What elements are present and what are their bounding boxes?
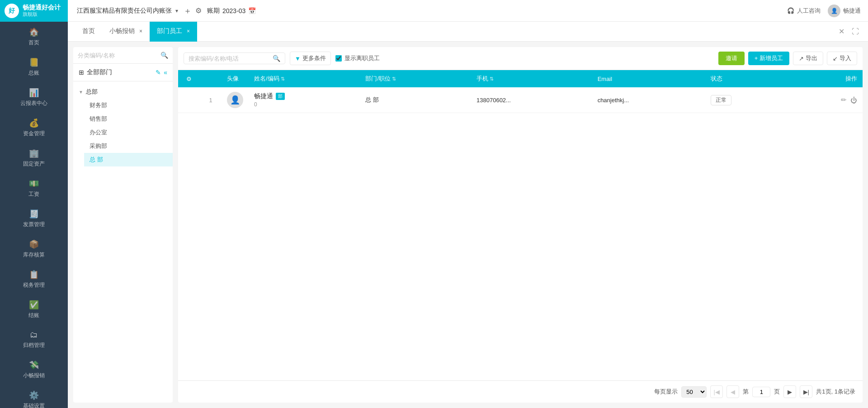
- dept-group-hq-label: 总部: [86, 88, 98, 96]
- first-page-btn[interactable]: |◀: [710, 385, 723, 398]
- import-btn[interactable]: ↙ 导入: [827, 52, 857, 65]
- user-menu[interactable]: 👤 畅捷通: [828, 5, 861, 17]
- col-phone[interactable]: 手机: [471, 70, 592, 87]
- dept-collapse-btn[interactable]: «: [164, 69, 167, 76]
- tab-expense-close[interactable]: ×: [139, 28, 142, 34]
- pagination-bar: 每页显示 50 100 200 |◀ ◀ 第 页 ▶ ▶| 共1页, 1条记录: [178, 380, 863, 403]
- sidebar-label-invoices: 发票管理: [23, 221, 45, 228]
- edit-btn[interactable]: ✏: [841, 96, 847, 104]
- period-value: 2023-03: [222, 7, 245, 14]
- sidebar-item-ledger[interactable]: 📒 总账: [0, 52, 68, 82]
- user-name: 畅捷通: [843, 7, 861, 15]
- row-avatar: 👤: [222, 87, 249, 113]
- export-btn[interactable]: ↗ 导出: [793, 52, 823, 65]
- dept-search-input[interactable]: [78, 52, 158, 59]
- logout-btn[interactable]: ⏻: [850, 96, 857, 104]
- per-page-select[interactable]: 50 100 200: [681, 386, 707, 398]
- tab-employees-close[interactable]: ×: [187, 28, 190, 34]
- sidebar-item-expense[interactable]: 💸 小畅报销: [0, 355, 68, 385]
- next-page-btn[interactable]: ▶: [783, 385, 796, 398]
- dept-tree-list: ▼ 总部 财务部 销售部 办公室 采购部 总 部: [73, 81, 173, 403]
- sidebar-item-funds[interactable]: 💰 资金管理: [0, 113, 68, 143]
- assets-icon: 🏢: [29, 148, 39, 158]
- dept-group-hq-header[interactable]: ▼ 总部: [73, 85, 173, 99]
- inventory-icon: 📦: [29, 239, 39, 249]
- dept-item-sales[interactable]: 销售部: [84, 112, 173, 126]
- app-logo[interactable]: 好 畅捷通好会计 旗舰版: [0, 0, 68, 22]
- name-box: 畅捷通 部 0: [254, 92, 354, 108]
- status-badge: 正常: [711, 95, 731, 105]
- tab-expense[interactable]: 小畅报销 ×: [102, 22, 150, 42]
- dept-tree-title: ⊞ 全部部门: [79, 68, 112, 76]
- name-display: 畅捷通 部: [254, 92, 354, 100]
- dept-group-hq: ▼ 总部 财务部 销售部 办公室 采购部 总 部: [73, 85, 173, 166]
- import-icon: ↙: [833, 55, 838, 62]
- col-settings[interactable]: ⚙: [178, 70, 200, 87]
- dept-grid-icon: ⊞: [79, 69, 84, 76]
- settings-btn[interactable]: ⚙: [195, 6, 202, 15]
- sidebar-item-archive[interactable]: 🗂 归档管理: [0, 325, 68, 355]
- sidebar-label-home: 首页: [28, 39, 39, 47]
- avatar: 👤: [227, 92, 243, 108]
- dept-item-purchasing[interactable]: 采购部: [84, 139, 173, 153]
- page-input[interactable]: [752, 387, 770, 397]
- last-page-btn[interactable]: ▶|: [800, 385, 812, 398]
- dept-item-finance[interactable]: 财务部: [84, 99, 173, 112]
- dept-badge: 部: [276, 93, 285, 100]
- table-row: 1 👤 畅捷通 部: [178, 87, 863, 113]
- sidebar-item-settings[interactable]: ⚙️ 基础设置: [0, 385, 68, 408]
- tab-close-btn[interactable]: ✕: [837, 25, 846, 38]
- row-phone: 138070602...: [471, 87, 592, 113]
- emp-search-icon[interactable]: 🔍: [273, 55, 280, 62]
- sidebar-item-closing[interactable]: ✅ 结账: [0, 294, 68, 325]
- col-name[interactable]: 姓名/编码: [249, 70, 360, 87]
- emp-filter-btn[interactable]: ▼ 更多条件: [290, 52, 331, 65]
- sidebar-item-payroll[interactable]: 💵 工资: [0, 173, 68, 204]
- pagination-info: 共1页, 1条记录: [816, 388, 855, 396]
- sidebar-item-invoices[interactable]: 🧾 发票管理: [0, 204, 68, 234]
- tab-home[interactable]: 首页: [75, 22, 102, 42]
- support-label: 人工咨询: [797, 7, 821, 15]
- tab-expand-btn[interactable]: ⛶: [850, 25, 861, 38]
- sidebar-item-home[interactable]: 🏠 首页: [0, 22, 68, 52]
- dept-search-icon[interactable]: 🔍: [160, 52, 168, 59]
- row-settings: [178, 87, 200, 113]
- sidebar-label-assets: 固定资产: [23, 160, 45, 168]
- sidebar-label-ledger: 总账: [28, 69, 39, 77]
- dept-add-btn[interactable]: ✎: [156, 69, 161, 76]
- invite-btn[interactable]: 邀请: [718, 52, 745, 65]
- filter-icon: ▼: [295, 55, 301, 62]
- tab-employees[interactable]: 部门员工 ×: [150, 22, 197, 42]
- app-version: 旗舰版: [23, 11, 61, 18]
- tab-employees-label: 部门员工: [157, 27, 182, 35]
- sidebar-item-assets[interactable]: 🏢 固定资产: [0, 143, 68, 173]
- prev-page-btn[interactable]: ◀: [726, 385, 739, 398]
- emp-search-input[interactable]: [189, 55, 270, 62]
- sidebar-item-reports[interactable]: 📊 云报表中心: [0, 82, 68, 113]
- add-company-btn[interactable]: ＋: [184, 5, 192, 16]
- calendar-icon[interactable]: 📅: [248, 7, 256, 14]
- sidebar-item-tax[interactable]: 📋 税务管理: [0, 264, 68, 294]
- dept-child-list: 财务部 销售部 办公室 采购部 总 部: [73, 99, 173, 166]
- employee-panel: 🔍 ▼ 更多条件 显示离职员工 邀请 + 新增员工 ↗: [178, 47, 863, 403]
- show-resigned-checkbox[interactable]: [335, 55, 342, 62]
- dept-item-office[interactable]: 办公室: [84, 126, 173, 139]
- import-label: 导入: [840, 54, 851, 62]
- col-status: 状态: [705, 70, 790, 87]
- col-index: [200, 70, 222, 87]
- sidebar-item-inventory[interactable]: 📦 库存核算: [0, 234, 68, 264]
- emp-table: ⚙ 头像 姓名/编码 部门/职位 手机 Email 状态 操作: [178, 70, 863, 380]
- show-resigned-text: 显示离职员工: [344, 54, 380, 62]
- closing-icon: ✅: [29, 300, 39, 310]
- add-employee-btn[interactable]: + 新增员工: [748, 52, 789, 65]
- company-dropdown-btn[interactable]: ▾: [175, 8, 178, 14]
- sidebar-label-reports: 云报表中心: [20, 100, 47, 107]
- show-resigned-label[interactable]: 显示离职员工: [335, 54, 380, 62]
- sidebar-label-archive: 归档管理: [23, 342, 45, 349]
- funds-icon: 💰: [29, 118, 39, 128]
- company-selector[interactable]: 江西服宝精品有限责任公司内账张 ▾: [77, 7, 178, 15]
- support-btn[interactable]: 🎧 人工咨询: [787, 7, 821, 15]
- col-dept[interactable]: 部门/职位: [360, 70, 471, 87]
- expense-icon: 💸: [29, 360, 39, 370]
- dept-item-general[interactable]: 总 部: [84, 153, 173, 166]
